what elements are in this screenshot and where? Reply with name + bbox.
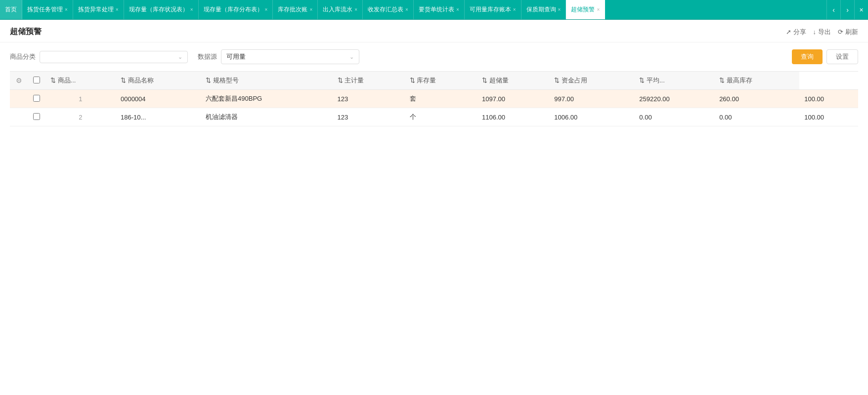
col-header-capital[interactable]: ⇅ 资金占用 xyxy=(549,72,634,90)
nav-tab-8-label: 要货单统计表 xyxy=(419,5,454,14)
row-product-name: 六配套新昌490BPG xyxy=(201,90,333,108)
nav-tab-10-close[interactable]: × xyxy=(558,7,561,12)
nav-tab-1[interactable]: 拣货任务管理 × xyxy=(22,0,73,20)
row-check-cell xyxy=(28,90,45,108)
row-unit: 套 xyxy=(405,90,477,108)
settings-button[interactable]: 设置 xyxy=(826,49,858,64)
row-overstock: 1006.00 xyxy=(549,108,634,126)
category-filter-label: 商品分类 xyxy=(10,52,36,61)
col-header-gear: ⚙ xyxy=(10,72,28,90)
row-checkbox-0[interactable] xyxy=(33,95,40,102)
nav-tab-8-close[interactable]: × xyxy=(456,7,459,12)
datasource-filter-label: 数据源 xyxy=(198,52,217,61)
nav-tab-4-close[interactable]: × xyxy=(265,7,268,12)
nav-tab-11-close[interactable]: × xyxy=(597,7,600,12)
share-label: 分享 xyxy=(793,28,806,37)
table-header-row: ⚙ ⇅ 商品... ⇅ 商品名称 ⇅ 规格型号 ⇅ 主计量 xyxy=(10,72,858,90)
datasource-select[interactable]: 可用量 ⌄ xyxy=(221,49,359,64)
nav-tab-5-close[interactable]: × xyxy=(309,7,312,12)
row-stock: 1106.00 xyxy=(477,108,549,126)
nav-tab-9-label: 可用量库存账本 xyxy=(470,5,511,14)
nav-tab-10[interactable]: 保质期查询 × xyxy=(521,0,566,20)
nav-tab-8[interactable]: 要货单统计表 × xyxy=(414,0,465,20)
row-gear-cell xyxy=(10,108,28,126)
page-header: 超储预警 ➚ 分享 ↓ 导出 ⟳ 刷新 xyxy=(0,20,868,42)
page-title: 超储预警 xyxy=(10,27,42,37)
header-actions: ➚ 分享 ↓ 导出 ⟳ 刷新 xyxy=(786,28,859,37)
col-capital-label: ⇅ 资金占用 xyxy=(554,77,587,84)
select-all-checkbox[interactable] xyxy=(33,77,40,83)
nav-tab-5-label: 库存批次账 xyxy=(278,5,307,14)
row-capital: 259220.00 xyxy=(634,90,714,108)
export-button[interactable]: ↓ 导出 xyxy=(813,28,831,37)
nav-tab-9[interactable]: 可用量库存账本 × xyxy=(465,0,521,20)
nav-tab-6-label: 出入库流水 xyxy=(323,5,352,14)
col-product-code-label: ⇅ 商品... xyxy=(50,77,76,84)
row-index-cell: 2 xyxy=(45,108,116,126)
col-header-check xyxy=(28,72,45,90)
col-product-name-label: ⇅ 商品名称 xyxy=(121,77,154,84)
row-overstock: 997.00 xyxy=(549,90,634,108)
table-row: 2 186-10... 机油滤清器 123 个 1106.00 1006.00 … xyxy=(10,108,858,126)
row-product-code: 186-10... xyxy=(116,108,201,126)
nav-tab-2-close[interactable]: × xyxy=(116,7,119,12)
row-check-cell xyxy=(28,108,45,126)
nav-tab-5[interactable]: 库存批次账 × xyxy=(273,0,318,20)
share-button[interactable]: ➚ 分享 xyxy=(786,28,806,37)
table-row: 1 0000004 六配套新昌490BPG 123 套 1097.00 997.… xyxy=(10,90,858,108)
row-spec: 123 xyxy=(333,90,405,108)
nav-arrows: ‹ › × xyxy=(826,0,868,20)
nav-tab-home[interactable]: 首页 xyxy=(0,0,22,20)
col-header-product-name[interactable]: ⇅ 商品名称 xyxy=(116,72,201,90)
nav-tab-7-close[interactable]: × xyxy=(405,7,408,12)
nav-arrow-close-button[interactable]: × xyxy=(854,0,868,20)
refresh-label: 刷新 xyxy=(845,28,858,37)
nav-tab-6[interactable]: 出入库流水 × xyxy=(318,0,363,20)
col-header-spec[interactable]: ⇅ 规格型号 xyxy=(201,72,333,90)
refresh-button[interactable]: ⟳ 刷新 xyxy=(838,28,858,37)
row-avg: 260.00 xyxy=(714,90,799,108)
filter-bar: 商品分类 ⌄ 数据源 可用量 ⌄ 查询 设置 xyxy=(0,42,868,71)
category-chevron-icon: ⌄ xyxy=(178,54,182,60)
col-stock-label: ⇅ 库存量 xyxy=(410,77,436,84)
nav-tab-1-label: 拣货任务管理 xyxy=(27,5,63,14)
nav-tab-3[interactable]: 现存量（库存状况表） × xyxy=(124,0,199,20)
nav-tab-7-label: 收发存汇总表 xyxy=(368,5,403,14)
col-header-maxstock[interactable]: ⇅ 最高库存 xyxy=(714,72,799,90)
category-select[interactable]: ⌄ xyxy=(40,51,188,63)
nav-tab-3-close[interactable]: × xyxy=(190,7,193,12)
settings-gear-icon[interactable]: ⚙ xyxy=(16,77,22,84)
col-header-product-code[interactable]: ⇅ 商品... xyxy=(45,72,116,90)
nav-tab-4[interactable]: 现存量（库存分布表） × xyxy=(199,0,273,20)
col-avg-label: ⇅ 平均... xyxy=(639,77,664,84)
row-capital: 0.00 xyxy=(634,108,714,126)
row-checkbox-1[interactable] xyxy=(33,113,40,120)
data-table: ⚙ ⇅ 商品... ⇅ 商品名称 ⇅ 规格型号 ⇅ 主计量 xyxy=(10,71,858,126)
nav-tab-2-label: 拣货异常处理 xyxy=(78,5,114,14)
row-unit: 个 xyxy=(405,108,477,126)
col-header-overstock[interactable]: ⇅ 超储量 xyxy=(477,72,549,90)
nav-tab-9-close[interactable]: × xyxy=(513,7,516,12)
query-button[interactable]: 查询 xyxy=(792,49,823,64)
row-spec: 123 xyxy=(333,108,405,126)
col-header-stock[interactable]: ⇅ 库存量 xyxy=(405,72,477,90)
col-header-avg[interactable]: ⇅ 平均... xyxy=(634,72,714,90)
nav-tab-10-label: 保质期查询 xyxy=(526,5,556,14)
col-header-unit[interactable]: ⇅ 主计量 xyxy=(333,72,405,90)
col-overstock-label: ⇅ 超储量 xyxy=(482,77,509,84)
nav-tab-2[interactable]: 拣货异常处理 × xyxy=(73,0,124,20)
nav-tab-6-close[interactable]: × xyxy=(354,7,357,12)
row-gear-cell xyxy=(10,90,28,108)
export-label: 导出 xyxy=(818,28,831,37)
row-stock: 1097.00 xyxy=(477,90,549,108)
table-body: 1 0000004 六配套新昌490BPG 123 套 1097.00 997.… xyxy=(10,90,858,126)
nav-tab-1-close[interactable]: × xyxy=(65,7,68,12)
nav-tab-11-label: 超储预警 xyxy=(571,5,595,14)
nav-arrow-left-button[interactable]: ‹ xyxy=(826,0,840,20)
nav-tab-7[interactable]: 收发存汇总表 × xyxy=(363,0,414,20)
nav-arrow-right-button[interactable]: › xyxy=(840,0,854,20)
datasource-chevron-icon: ⌄ xyxy=(349,54,354,60)
nav-tab-11[interactable]: 超储预警 × xyxy=(566,0,605,20)
filter-actions: 查询 设置 xyxy=(792,49,858,64)
datasource-filter-item: 数据源 可用量 ⌄ xyxy=(198,49,359,64)
